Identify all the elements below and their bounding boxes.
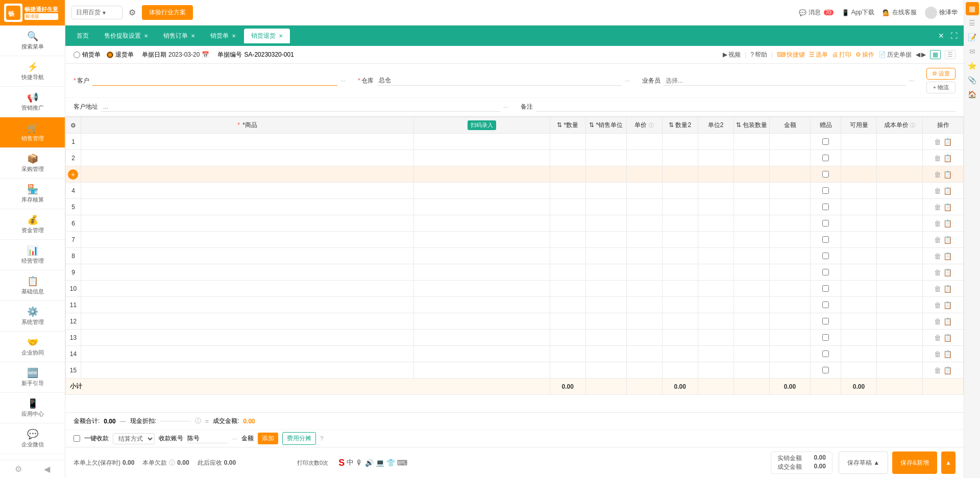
current-debt-circle[interactable]: ⓘ [169,459,175,467]
delete-row-btn[interactable]: 🗑 [934,203,941,211]
qty-cell[interactable] [550,362,585,379]
pack-cell[interactable] [733,362,769,379]
receivable-account-value[interactable]: 陈号 [187,434,228,443]
cost-cell[interactable] [877,199,923,215]
unit2-cell[interactable] [698,362,733,379]
product-cell[interactable] [81,215,414,232]
gift-cell[interactable] [811,281,841,297]
pack-cell[interactable] [733,248,769,264]
tab-sale-return[interactable]: 销货退货 ✕ [244,29,290,43]
copy-row-btn[interactable]: 📋 [943,366,952,374]
cost-cell[interactable] [877,313,923,330]
avail-cell[interactable] [841,215,877,232]
right-sidebar-btn-2[interactable]: ☰ [966,16,979,30]
customer-select-btn[interactable]: ··· [340,77,346,84]
unit-cell[interactable] [585,313,626,330]
copy-row-btn[interactable]: 📋 [943,154,952,162]
sidebar-item-purchase[interactable]: 📦 采购管理 [0,148,65,179]
unit-cell[interactable] [585,297,626,313]
video-btn[interactable]: ▶ 视频 [723,51,741,59]
amount-cell[interactable] [770,248,811,264]
gift-checkbox[interactable] [822,171,829,178]
amount-cell[interactable] [770,264,811,281]
cost-cell[interactable] [877,215,923,232]
avail-cell[interactable] [841,264,877,281]
discount-value[interactable] [160,421,191,421]
taskbar-icon3[interactable]: 🎙 [356,459,363,467]
scan-btn[interactable]: 扫码录入 [468,120,496,130]
delete-row-btn[interactable]: 🗑 [934,252,941,260]
shortcut-btn[interactable]: ⌨ 快捷键 [777,51,805,59]
copy-row-btn[interactable]: 📋 [943,252,952,260]
avail-cell[interactable] [841,248,877,264]
amount-cell[interactable] [770,330,811,346]
gift-cell[interactable] [811,150,841,166]
price-cell[interactable] [626,346,662,362]
right-sidebar-btn-4[interactable]: ✉ [966,45,979,58]
price-cell[interactable] [626,362,662,379]
product-cell[interactable] [81,232,414,248]
taskbar-icon4[interactable]: 🔊 [365,459,374,467]
amount-cell[interactable] [770,134,811,150]
price-cell[interactable] [626,281,662,297]
unit-cell[interactable] [585,248,626,264]
delete-row-btn[interactable]: 🗑 [934,219,941,228]
settings-footer-btn[interactable]: ⚙ [15,464,22,474]
unit2-cell[interactable] [698,166,733,183]
add-row-btn[interactable]: + [68,169,78,180]
avail-cell[interactable] [841,199,877,215]
copy-row-btn[interactable]: 📋 [943,301,952,309]
cost-cell[interactable] [877,264,923,281]
price-cell[interactable] [626,215,662,232]
gift-checkbox[interactable] [822,269,829,275]
product-cell[interactable] [81,297,414,313]
qty2-cell[interactable] [662,297,698,313]
product-cell[interactable] [81,264,414,281]
sidebar-item-weixin[interactable]: 💬 企业微信 [0,423,65,454]
unit-cell[interactable] [585,150,626,166]
qty-cell[interactable] [550,313,585,330]
amount-cell[interactable] [770,362,811,379]
sidebar-item-basic[interactable]: 📋 基础信息 [0,270,65,301]
cost-cell[interactable] [877,150,923,166]
operate-btn[interactable]: ⚙ 操作 [855,51,874,59]
tab-sale-order[interactable]: 销售订单 ✕ [156,29,202,43]
avail-cell[interactable] [841,150,877,166]
settings-side-btn[interactable]: ⚙ 设置 [926,68,955,80]
gift-checkbox[interactable] [822,236,829,243]
gift-cell[interactable] [811,215,841,232]
cost-cell[interactable] [877,297,923,313]
unit-cell[interactable] [585,166,626,183]
unit-cell[interactable] [585,183,626,199]
delete-row-btn[interactable]: 🗑 [934,350,941,358]
view-table2-btn[interactable]: ☰ [945,50,955,59]
qty-cell[interactable] [550,134,585,150]
qty2-cell[interactable] [662,166,698,183]
gift-checkbox[interactable] [822,285,829,292]
prev-btn[interactable]: ◀ [916,51,920,58]
gift-checkbox[interactable] [822,334,829,341]
sidebar-item-finance[interactable]: 💰 资金管理 [0,209,65,240]
cost-cell[interactable] [877,183,923,199]
logistics-side-btn[interactable]: + 物流 [926,82,955,93]
avail-cell[interactable] [841,166,877,183]
cost-cell[interactable] [877,248,923,264]
qty-cell[interactable] [550,264,585,281]
sidebar-item-search[interactable]: 🔍 搜索菜单 [0,26,65,56]
unit2-cell[interactable] [698,248,733,264]
account-type-select[interactable]: 结算方式 现金 银行转账 支付宝 微信 [113,433,155,444]
qty2-cell[interactable] [662,264,698,281]
unit2-cell[interactable] [698,150,733,166]
gift-checkbox[interactable] [822,138,829,145]
industry-select[interactable]: 日用百货 ▾ [71,6,122,19]
pack-cell[interactable] [733,183,769,199]
qty2-cell[interactable] [662,281,698,297]
pack-cell[interactable] [733,297,769,313]
avail-cell[interactable] [841,183,877,199]
delete-row-btn[interactable]: 🗑 [934,187,941,195]
unit2-cell[interactable] [698,330,733,346]
amount-cell[interactable] [770,232,811,248]
price-cell[interactable] [626,183,662,199]
product-cell[interactable] [81,248,414,264]
radio-sale-bill[interactable]: 销货单 [74,51,101,59]
